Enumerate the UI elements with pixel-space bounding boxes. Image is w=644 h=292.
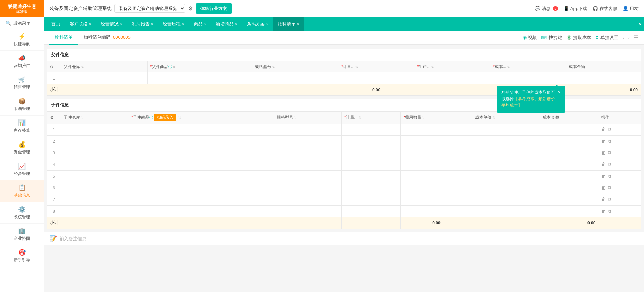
- child-row-3-warehouse[interactable]: [61, 147, 128, 159]
- child-row-7-cost-amount[interactable]: [540, 194, 598, 206]
- nav-menu[interactable]: ☰: [634, 34, 639, 41]
- copy-icon-7[interactable]: ⧉: [608, 197, 611, 202]
- child-row-6-spec[interactable]: [274, 182, 341, 194]
- child-row-1-unit-cost[interactable]: [472, 124, 540, 136]
- child-row-4-warehouse[interactable]: [61, 159, 128, 171]
- scan-button[interactable]: 扫码录入: [154, 114, 176, 121]
- tab-bom[interactable]: 物料清单 ×: [273, 17, 304, 31]
- tab-history-close[interactable]: ×: [182, 22, 184, 26]
- child-row-4-cost-amount[interactable]: [540, 159, 598, 171]
- delete-icon-7[interactable]: 🗑: [601, 197, 606, 202]
- cost-action[interactable]: 💲 提取成本: [566, 35, 591, 41]
- child-row-7-warehouse[interactable]: [61, 194, 128, 206]
- tab-home[interactable]: 首页: [47, 17, 65, 31]
- sidebar-item-marketing[interactable]: 📣 营销推广: [0, 51, 44, 72]
- child-row-2-unit[interactable]: [341, 136, 400, 147]
- tab-barcode[interactable]: 条码方案 ×: [242, 17, 273, 31]
- tab-business-close[interactable]: ×: [120, 22, 122, 26]
- parent-row-1-cost[interactable]: [490, 72, 566, 84]
- tab-barcode-close[interactable]: ×: [266, 22, 268, 26]
- copy-icon-3[interactable]: ⧉: [608, 150, 611, 156]
- child-row-1-unit[interactable]: [341, 124, 400, 136]
- experience-button[interactable]: 体验行业方案: [196, 3, 232, 14]
- nav-next[interactable]: ›: [628, 35, 630, 40]
- child-row-8-cost-amount[interactable]: [540, 206, 598, 217]
- child-row-6-cost-amount[interactable]: [540, 182, 598, 194]
- copy-icon-8[interactable]: ⧉: [608, 208, 611, 214]
- parent-row-1-unit[interactable]: [338, 72, 414, 84]
- child-row-4-unit[interactable]: [341, 159, 400, 171]
- sidebar-item-finance[interactable]: 💰 资金管理: [0, 137, 44, 159]
- close-all-tabs[interactable]: ×: [638, 21, 641, 27]
- child-row-5-spec[interactable]: [274, 171, 341, 182]
- delete-icon-2[interactable]: 🗑: [601, 138, 606, 144]
- nav-prev[interactable]: ‹: [622, 35, 624, 40]
- child-row-5-goods[interactable]: [128, 171, 274, 182]
- child-row-7-unit[interactable]: [341, 194, 400, 206]
- child-row-7-spec[interactable]: [274, 194, 341, 206]
- shortcut-action[interactable]: ⌨ 快捷键: [541, 35, 562, 41]
- child-row-6-warehouse[interactable]: [61, 182, 128, 194]
- delete-icon-1[interactable]: 🗑: [601, 127, 606, 132]
- sidebar-item-system[interactable]: ⚙️ 系统管理: [0, 202, 44, 224]
- tab-bom-close[interactable]: ×: [297, 22, 299, 26]
- child-row-8-warehouse[interactable]: [61, 206, 128, 217]
- child-row-5-warehouse[interactable]: [61, 171, 128, 182]
- sidebar-item-operation[interactable]: 📈 经营管理: [0, 159, 44, 180]
- copy-icon-1[interactable]: ⧉: [608, 127, 611, 132]
- tab-business[interactable]: 经营情况 ×: [96, 17, 127, 31]
- tab-goods-close[interactable]: ×: [204, 22, 206, 26]
- sidebar-item-basic-info[interactable]: 📋 基础信息: [0, 180, 44, 202]
- tab-new-goods[interactable]: 新增商品 ×: [211, 17, 242, 31]
- sub-tab-bom-list[interactable]: 物料清单: [49, 31, 78, 45]
- child-row-8-unit[interactable]: [341, 206, 400, 217]
- parent-row-1-production[interactable]: [414, 72, 490, 84]
- delete-icon-3[interactable]: 🗑: [601, 150, 606, 156]
- child-row-5-quantity[interactable]: [400, 171, 472, 182]
- copy-icon-2[interactable]: ⧉: [608, 138, 611, 144]
- message-item[interactable]: 💬 消息 5: [535, 5, 558, 12]
- tab-customer-close[interactable]: ×: [89, 22, 91, 26]
- app-download-item[interactable]: 📱 App下载: [564, 5, 587, 12]
- parent-row-1-cost-amount[interactable]: [566, 72, 641, 84]
- child-row-3-spec[interactable]: [274, 147, 341, 159]
- tab-profit-close[interactable]: ×: [151, 22, 153, 26]
- child-row-1-spec[interactable]: [274, 124, 341, 136]
- settings-icon[interactable]: ⚙: [188, 5, 193, 12]
- copy-icon-4[interactable]: ⧉: [608, 162, 611, 167]
- child-row-3-unit-cost[interactable]: [472, 147, 540, 159]
- parent-row-1-spec[interactable]: [252, 72, 338, 84]
- delete-icon-5[interactable]: 🗑: [601, 173, 606, 179]
- sidebar-item-guide[interactable]: 🎯 新手引导: [0, 245, 44, 267]
- tab-customer[interactable]: 客户联络 ×: [65, 17, 96, 31]
- child-row-4-goods[interactable]: [128, 159, 274, 171]
- sidebar-search[interactable]: 🔍 搜索菜单: [0, 17, 44, 29]
- child-row-6-quantity[interactable]: [400, 182, 472, 194]
- child-row-3-cost-amount[interactable]: [540, 147, 598, 159]
- view-action[interactable]: ◉ 视频: [523, 35, 537, 41]
- child-row-8-spec[interactable]: [274, 206, 341, 217]
- sidebar-item-inventory[interactable]: 📊 库存核算: [0, 116, 44, 137]
- parent-row-1-warehouse[interactable]: [61, 72, 148, 84]
- system-selector[interactable]: 装备及固定资产辅助管理系统: [114, 4, 185, 13]
- delete-icon-4[interactable]: 🗑: [601, 162, 606, 167]
- sidebar-item-sales[interactable]: 🛒 销售管理: [0, 72, 44, 94]
- sidebar-item-enterprise[interactable]: 🏢 企业协同: [0, 224, 44, 245]
- child-row-8-unit-cost[interactable]: [472, 206, 540, 217]
- child-row-2-spec[interactable]: [274, 136, 341, 147]
- note-placeholder[interactable]: 输入备注信息: [60, 236, 86, 242]
- sub-tab-bom-code[interactable]: 物料清单编码 0000005: [78, 31, 136, 45]
- child-row-6-goods[interactable]: [128, 182, 274, 194]
- child-row-4-unit-cost[interactable]: [472, 159, 540, 171]
- user-item[interactable]: 👤 用友: [623, 5, 639, 12]
- copy-icon-6[interactable]: ⧉: [608, 185, 611, 191]
- child-row-2-goods[interactable]: [128, 136, 274, 147]
- child-row-1-warehouse[interactable]: [61, 124, 128, 136]
- child-row-3-unit[interactable]: [341, 147, 400, 159]
- child-row-5-cost-amount[interactable]: [540, 171, 598, 182]
- child-row-2-cost-amount[interactable]: [540, 136, 598, 147]
- child-row-6-unit-cost[interactable]: [472, 182, 540, 194]
- child-row-4-spec[interactable]: [274, 159, 341, 171]
- child-row-4-quantity[interactable]: [400, 159, 472, 171]
- delete-icon-6[interactable]: 🗑: [601, 185, 606, 191]
